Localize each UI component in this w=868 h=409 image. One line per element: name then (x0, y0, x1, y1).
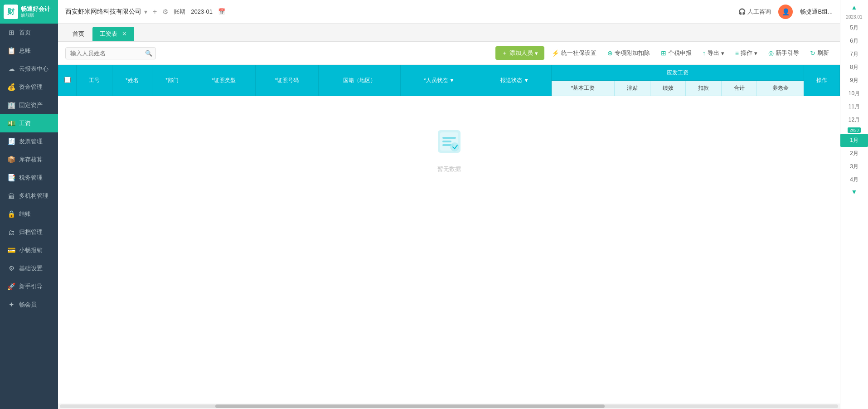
sidebar-label-cloud-report: 云报表中心 (19, 65, 48, 73)
individual-tax-btn[interactable]: ⊞ 个税申报 (657, 47, 695, 59)
month-10[interactable]: 10月 (840, 87, 868, 100)
avatar-icon: 👤 (782, 8, 790, 15)
sidebar-item-settings[interactable]: ⚙ 基础设置 (0, 259, 58, 278)
sidebar-item-member[interactable]: ✦ 畅会员 (0, 296, 58, 314)
sidebar-label-ledger: 总账 (19, 47, 31, 55)
company-selector[interactable]: 西安虾米网络科技有限公司 ▾ (65, 8, 147, 16)
date-panel: ▲ 2023.01 5月 6月 7月 8月 9月 10月 11月 12月 202… (840, 0, 868, 409)
sidebar-item-multi-org[interactable]: 🏛 多机构管理 (0, 187, 58, 205)
select-all-checkbox[interactable] (64, 77, 71, 83)
sidebar-item-closing[interactable]: 🔒 结账 (0, 205, 58, 223)
empty-state: 暂无数据 (58, 96, 840, 200)
add-company-icon[interactable]: + (153, 8, 157, 16)
th-base-salary: *基本工资 (551, 81, 614, 96)
calendar-icon[interactable]: 📅 (218, 8, 225, 15)
operations-btn[interactable]: ≡ 操作 ▾ (732, 47, 761, 59)
month-3[interactable]: 3月 (840, 160, 868, 173)
checkbox-header[interactable] (58, 65, 77, 96)
th-pension: 养老金 (757, 81, 804, 96)
month-11[interactable]: 11月 (840, 100, 868, 113)
sidebar-label-fund: 资金管理 (19, 83, 43, 91)
app-sub: 旗舰版 (21, 13, 50, 18)
month-5[interactable]: 5月 (840, 21, 868, 34)
add-person-button[interactable]: ＋ 添加人员 ▾ (495, 46, 544, 60)
month-12[interactable]: 12月 (840, 113, 868, 127)
sidebar-item-archive[interactable]: 🗂 归档管理 (0, 223, 58, 241)
sidebar-item-fund[interactable]: 💰 资金管理 (0, 78, 58, 96)
th-actions: 操作 (804, 65, 840, 96)
social-settings-btn[interactable]: ⚡ 统一社保设置 (548, 47, 600, 59)
date-year-label: 2023.01 (845, 13, 863, 21)
deduction-icon: ⊕ (607, 49, 613, 57)
svg-point-5 (450, 142, 459, 151)
report-filter-icon[interactable]: ▼ (524, 77, 529, 83)
tab-bar: 首页 工资表 ✕ (58, 24, 840, 42)
th-id-number: *证照号码 (255, 65, 318, 96)
sidebar-item-tax[interactable]: 📑 税务管理 (0, 169, 58, 187)
scrollbar-thumb[interactable] (215, 404, 605, 408)
sidebar-item-cloud-report[interactable]: ☁ 云报表中心 (0, 60, 58, 78)
sidebar-label-salary: 工资 (19, 119, 31, 127)
th-bonus: 津贴 (615, 81, 650, 96)
empty-text: 暂无数据 (437, 165, 461, 173)
user-avatar[interactable]: 👤 (778, 5, 793, 19)
settings-icon[interactable]: ⚙ (162, 8, 168, 16)
app-name: 畅通好会计 (21, 5, 50, 13)
customer-service-btn[interactable]: 🎧 人工咨询 (738, 8, 771, 16)
sidebar-item-invoice[interactable]: 🧾 发票管理 (0, 132, 58, 151)
month-4[interactable]: 4月 (840, 173, 868, 186)
sidebar-label-settings: 基础设置 (19, 264, 43, 273)
month-6[interactable]: 6月 (840, 34, 868, 48)
month-9[interactable]: 9月 (840, 74, 868, 87)
ledger-icon: 📋 (7, 47, 15, 55)
th-total: 合计 (721, 81, 757, 96)
sidebar-item-guide[interactable]: 🚀 新手引导 (0, 278, 58, 296)
sidebar-label-tax: 税务管理 (19, 174, 43, 182)
archive-icon: 🗂 (7, 229, 15, 236)
export-btn[interactable]: ↑ 导出 ▾ (699, 47, 728, 59)
export-icon: ↑ (703, 49, 706, 57)
tax-icon: ⊞ (661, 49, 666, 57)
period-label: 账期 (174, 8, 185, 16)
sidebar-item-inventory[interactable]: 📦 库存核算 (0, 151, 58, 169)
tab-home[interactable]: 首页 (65, 27, 92, 41)
search-icon: 🔍 (145, 50, 152, 57)
sidebar-item-fixed-asset[interactable]: 🏢 固定资产 (0, 96, 58, 114)
th-performance: 绩效 (650, 81, 686, 96)
th-status: *人员状态 ▼ (400, 65, 478, 96)
table-container: 工号 *姓名 *部门 *证照类型 *证照号码 国籍（地区） *人员状态 ▼ 报送… (58, 65, 840, 404)
logo-icon: 财 (4, 5, 18, 19)
scrollbar[interactable] (58, 404, 840, 409)
tab-salary[interactable]: 工资表 ✕ (92, 27, 134, 41)
sidebar-item-expense[interactable]: 💳 小畅报销 (0, 241, 58, 259)
date-down-icon[interactable]: ▼ (849, 186, 859, 197)
th-id: 工号 (77, 65, 112, 96)
top-header: 西安虾米网络科技有限公司 ▾ + ⚙ 账期 2023-01 📅 🎧 人工咨询 👤… (58, 0, 840, 24)
date-up-icon[interactable]: ▲ (849, 2, 859, 13)
sidebar-item-salary[interactable]: 💵 工资 (0, 114, 58, 132)
sidebar-label-closing: 结账 (19, 210, 31, 218)
filter-icon[interactable]: ▼ (449, 77, 455, 83)
dropdown-icon: ▾ (535, 50, 538, 57)
month-7[interactable]: 7月 (840, 48, 868, 61)
company-name: 西安虾米网络科技有限公司 (65, 8, 141, 16)
svg-rect-3 (442, 141, 451, 142)
special-deduction-btn[interactable]: ⊕ 专项附加扣除 (604, 47, 654, 59)
month-2[interactable]: 2月 (840, 147, 868, 160)
sidebar-label-expense: 小畅报销 (19, 246, 43, 254)
sidebar-label-inventory: 库存核算 (19, 156, 43, 164)
search-input[interactable] (65, 47, 156, 59)
sidebar-label-fixed-asset: 固定资产 (19, 101, 43, 109)
sidebar-label-invoice: 发票管理 (19, 137, 43, 146)
sidebar-item-ledger[interactable]: 📋 总账 (0, 42, 58, 60)
headset-icon: 🎧 (738, 8, 746, 15)
sidebar-item-home[interactable]: ⊞ 首页 (0, 24, 58, 42)
month-8[interactable]: 8月 (840, 61, 868, 74)
month-1[interactable]: 1月 (840, 134, 868, 147)
guide-btn[interactable]: ◎ 新手引导 (765, 47, 803, 59)
scrollbar-track (60, 404, 838, 408)
tab-close-icon[interactable]: ✕ (122, 30, 127, 37)
fund-icon: 💰 (7, 83, 15, 91)
svg-rect-2 (442, 137, 456, 139)
refresh-btn[interactable]: ↻ 刷新 (806, 47, 833, 59)
